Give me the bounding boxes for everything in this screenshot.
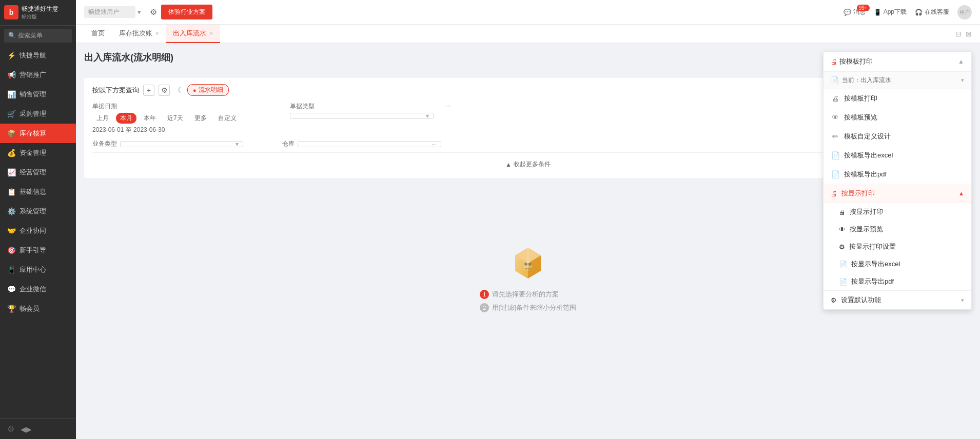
sidebar-item-label: 畅会员 bbox=[19, 304, 40, 313]
filter-add-button[interactable]: + bbox=[143, 85, 154, 96]
date-filter-group: 单据日期 上月 本月 本年 近7天 更多 自定义 2023-06-01 至 20… bbox=[92, 102, 241, 134]
empty-text-area: 1 请先选择要分析的方案 2 用[过滤]条件来缩小分析范围 bbox=[480, 290, 576, 312]
warehouse-select[interactable]: ··· bbox=[298, 141, 441, 147]
print-header-icon: 🖨 bbox=[831, 58, 837, 66]
quick-nav-icon: ⚡ bbox=[7, 51, 15, 59]
tab-batch-account-label: 库存批次账 bbox=[119, 29, 152, 38]
sidebar-fold-icon[interactable]: ◀▶ bbox=[21, 425, 32, 433]
marketing-icon: 📢 bbox=[7, 71, 15, 79]
preset-custom[interactable]: 自定义 bbox=[214, 113, 241, 124]
sidebar-item-label: 企业微信 bbox=[19, 285, 46, 294]
dropdown-item-template-custom[interactable]: ✏ 模板自定义设计 bbox=[824, 127, 971, 146]
business-type-label: 业务类型 bbox=[92, 139, 117, 148]
message-btn[interactable]: 💬 消息 99+ bbox=[844, 8, 866, 16]
message-badge: 99+ bbox=[857, 5, 870, 11]
sidebar-settings-icon[interactable]: ⚙ bbox=[7, 424, 14, 434]
date-range-display: 2023-06-01 至 2023-06-30 bbox=[92, 126, 241, 134]
dropdown-item-display-export-excel[interactable]: 📄 按显示导出excel bbox=[828, 255, 971, 273]
online-service-btn[interactable]: 🎧 在线客服 bbox=[915, 8, 949, 16]
dropdown-title: 按模板打印 bbox=[839, 57, 873, 66]
filter-label: 按以下方案查询 bbox=[92, 86, 139, 95]
sidebar-item-appstore[interactable]: 📱 应用中心 bbox=[0, 260, 76, 280]
more-icon: ··· bbox=[432, 141, 437, 148]
doc-type-select-wrap: ▾ bbox=[290, 113, 434, 119]
tab-home[interactable]: 首页 bbox=[84, 25, 112, 43]
current-template-row: 📄 当前：出入库流水 ▾ bbox=[824, 72, 971, 89]
tab-batch-account-close[interactable]: × bbox=[155, 30, 159, 36]
search-menu-button[interactable]: 🔍 搜索菜单 bbox=[4, 29, 72, 43]
sidebar-item-purchase[interactable]: 🛒 采购管理 bbox=[0, 104, 76, 124]
sidebar-item-label: 新手引导 bbox=[19, 246, 46, 255]
current-template-arrow[interactable]: ▾ bbox=[961, 77, 964, 84]
app-logo: b bbox=[4, 5, 18, 19]
dropdown-close-arrow[interactable]: ▲ bbox=[958, 58, 964, 65]
sidebar-item-inventory[interactable]: 📦 库存核算 bbox=[0, 124, 76, 143]
preset-last-7-days[interactable]: 近7天 bbox=[163, 113, 187, 124]
doc-type-filter-group: 单据类型 ▾ bbox=[290, 102, 434, 119]
dropdown-item-template-export-excel[interactable]: 📄 按模板导出excel bbox=[824, 146, 971, 165]
sidebar-item-wechat[interactable]: 💬 企业微信 bbox=[0, 280, 76, 299]
basic-icon: 📋 bbox=[7, 188, 15, 196]
sidebar-item-quick-nav[interactable]: ⚡ 快捷导航 bbox=[0, 46, 76, 65]
preset-more[interactable]: 更多 bbox=[190, 113, 211, 124]
sidebar-search-area: 🔍 搜索菜单 bbox=[0, 26, 76, 46]
sidebar-item-guide[interactable]: 🎯 新手引导 bbox=[0, 241, 76, 260]
filter-settings-button[interactable]: ⚙ bbox=[159, 85, 170, 96]
app-subtitle: 标准版 bbox=[22, 13, 58, 20]
tab-minimize-icon[interactable]: ⊟ bbox=[955, 30, 962, 38]
doc-type-select[interactable]: ▾ bbox=[290, 113, 434, 119]
user-dropdown-icon[interactable]: ▾ bbox=[138, 8, 141, 16]
sidebar-item-enterprise[interactable]: 🤝 企业协同 bbox=[0, 221, 76, 241]
sidebar-item-label: 系统管理 bbox=[19, 207, 46, 216]
dropdown-item-template-print[interactable]: 🖨 按模板打印 bbox=[824, 89, 971, 108]
tab-inventory-flow-close[interactable]: × bbox=[209, 30, 212, 36]
collapse-btn[interactable]: ▲ 收起更多条件 bbox=[502, 157, 554, 172]
preset-prev-month[interactable]: 上月 bbox=[92, 113, 113, 124]
business-type-select[interactable]: ▾ bbox=[120, 141, 243, 147]
topbar: 畅捷通用户 ▾ ⚙ 体验行业方案 💬 消息 99+ 📱 App下载 🎧 在线客服… bbox=[76, 0, 980, 25]
sidebar-item-member[interactable]: 🏆 畅会员 bbox=[0, 299, 76, 318]
sidebar-item-finance[interactable]: 💰 资金管理 bbox=[0, 143, 76, 163]
tab-batch-account[interactable]: 库存批次账 × bbox=[112, 25, 166, 43]
template-icon: 📄 bbox=[831, 76, 839, 84]
preset-current-month[interactable]: 本月 bbox=[116, 113, 136, 124]
topbar-settings-icon[interactable]: ⚙ bbox=[150, 7, 157, 17]
dropdown-panel-footer[interactable]: ⚙ 设置默认功能 ▾ bbox=[824, 290, 971, 309]
chevron-up-icon: ▲ bbox=[505, 161, 512, 168]
chevron-down-icon: ▾ bbox=[426, 112, 429, 119]
dropdown-item-template-preview[interactable]: 👁 按模板预览 bbox=[824, 108, 971, 127]
display-sub-items: 🖨 按显示打印 👁 按显示预览 ⚙ 按显示打印设置 📄 按显示导出excel bbox=[824, 203, 971, 290]
industry-btn[interactable]: 体验行业方案 bbox=[161, 5, 212, 19]
sidebar-item-sales[interactable]: 📊 销售管理 bbox=[0, 85, 76, 104]
app-download-btn[interactable]: 📱 App下载 bbox=[874, 8, 907, 16]
dropdown-header-left: 🖨 按模板打印 bbox=[831, 57, 873, 66]
user-avatar[interactable]: 用户 bbox=[957, 5, 972, 19]
display-section-header[interactable]: 🖨 按显示打印 ▲ bbox=[824, 184, 971, 203]
dropdown-item-display-print[interactable]: 🖨 按显示打印 bbox=[828, 203, 971, 221]
headset-icon: 🎧 bbox=[915, 9, 923, 16]
sidebar-item-marketing[interactable]: 📢 营销推广 bbox=[0, 65, 76, 85]
sidebar-item-basic[interactable]: 📋 基础信息 bbox=[0, 182, 76, 202]
footer-settings-icon: ⚙ bbox=[831, 296, 837, 304]
dropdown-item-template-export-pdf[interactable]: 📄 按模板导出pdf bbox=[824, 165, 971, 184]
app-download-icon: 📱 bbox=[874, 9, 881, 16]
dropdown-item-display-settings[interactable]: ⚙ 按显示打印设置 bbox=[828, 238, 971, 255]
search-icon: 🔍 bbox=[8, 32, 16, 39]
finance-icon: 💰 bbox=[7, 149, 15, 157]
sidebar: b 畅捷通好生意 标准版 🔍 搜索菜单 ⚡ 快捷导航 📢 营销推广 📊 销售管理… bbox=[0, 0, 76, 439]
dropdown-item-display-export-pdf[interactable]: 📄 按显示导出pdf bbox=[828, 273, 971, 290]
empty-step2-text: 用[过滤]条件来缩小分析范围 bbox=[492, 303, 576, 312]
tab-maximize-icon[interactable]: ⊠ bbox=[966, 30, 972, 38]
sidebar-item-system[interactable]: ⚙️ 系统管理 bbox=[0, 202, 76, 221]
doc-type-more-btn[interactable]: ··· bbox=[446, 102, 451, 109]
empty-step2: 2 用[过滤]条件来缩小分析范围 bbox=[480, 303, 576, 312]
sidebar-item-label: 企业协同 bbox=[19, 226, 46, 235]
preset-current-year[interactable]: 本年 bbox=[140, 113, 160, 124]
display-pdf-icon: 📄 bbox=[839, 278, 847, 286]
dropdown-item-display-preview[interactable]: 👁 按显示预览 bbox=[828, 221, 971, 238]
sidebar-item-operations[interactable]: 📈 经营管理 bbox=[0, 163, 76, 182]
empty-step1: 1 请先选择要分析的方案 bbox=[480, 290, 576, 299]
tab-inventory-flow[interactable]: 出入库流水 × bbox=[166, 25, 220, 43]
empty-step1-text: 请先选择要分析的方案 bbox=[492, 290, 559, 299]
filter-collapse-icon[interactable]: 《 bbox=[174, 86, 181, 95]
